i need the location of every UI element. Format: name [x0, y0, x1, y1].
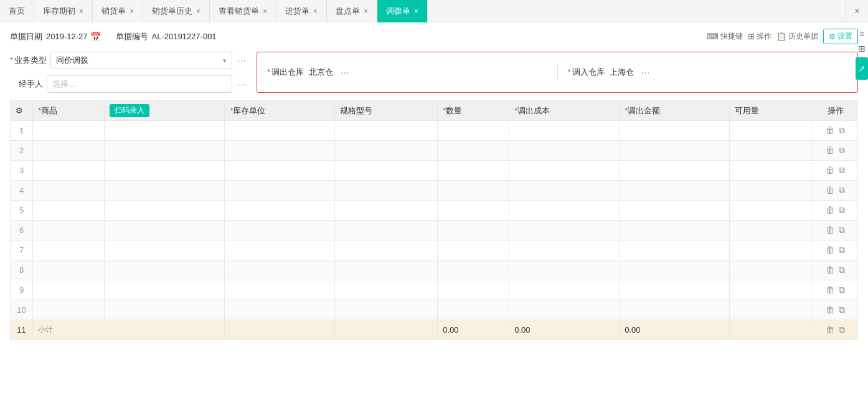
row-cost-4[interactable]: [509, 181, 620, 201]
row-qty-6[interactable]: [438, 221, 509, 240]
row-spec-6[interactable]: [335, 221, 438, 240]
row-spec-5[interactable]: [335, 201, 438, 221]
row-amount-1[interactable]: [620, 121, 730, 141]
sidebar-list-icon[interactable]: ≡: [856, 27, 868, 40]
shortcuts-action[interactable]: ⌨ 快捷键: [707, 31, 743, 42]
row-qty-1[interactable]: [438, 121, 509, 141]
tab-transfer[interactable]: 调拨单 ×: [377, 0, 428, 22]
copy-btn-1[interactable]: ⧉: [837, 125, 846, 136]
row-qty-3[interactable]: [438, 161, 509, 181]
subtotal-delete-btn[interactable]: 🗑: [824, 325, 836, 335]
row-spec-8[interactable]: [335, 260, 438, 280]
col-gear[interactable]: ⚙: [11, 101, 33, 121]
copy-btn-3[interactable]: ⧉: [837, 165, 846, 176]
row-amount-8[interactable]: [620, 260, 730, 280]
row-cost-2[interactable]: [509, 141, 620, 161]
tab-purchase-order[interactable]: 进货单 ×: [276, 0, 327, 22]
row-product-8[interactable]: [33, 260, 105, 280]
transfer-in-more[interactable]: ···: [641, 67, 651, 77]
row-product-2[interactable]: [33, 141, 105, 161]
person-field[interactable]: 选择...: [47, 75, 232, 93]
transfer-out-more[interactable]: ···: [341, 67, 350, 77]
sidebar-grid-icon[interactable]: ⊞: [856, 42, 868, 55]
delete-btn-4[interactable]: 🗑: [824, 185, 836, 195]
tab-stocktake[interactable]: 盘点单 ×: [327, 0, 377, 22]
tab-purchase-order-close[interactable]: ×: [313, 7, 318, 16]
row-qty-5[interactable]: [438, 201, 509, 221]
copy-btn-6[interactable]: ⧉: [837, 225, 846, 236]
tab-view-sales-close[interactable]: ×: [263, 7, 267, 16]
row-spec-4[interactable]: [335, 181, 438, 201]
tab-sales-order[interactable]: 销货单 ×: [93, 0, 143, 22]
copy-btn-2[interactable]: ⧉: [837, 145, 846, 156]
row-product-6[interactable]: [33, 221, 105, 240]
row-product-10[interactable]: [33, 300, 105, 320]
row-amount-3[interactable]: [620, 161, 730, 181]
tab-sales-order-close[interactable]: ×: [130, 7, 134, 16]
delete-btn-5[interactable]: 🗑: [824, 205, 836, 215]
row-qty-8[interactable]: [438, 260, 509, 280]
tab-inventory-init[interactable]: 库存期初 ×: [34, 0, 93, 22]
row-qty-7[interactable]: [438, 240, 509, 260]
row-spec-10[interactable]: [335, 300, 438, 320]
row-product-9[interactable]: [33, 280, 105, 300]
row-unit-8[interactable]: [225, 260, 335, 280]
row-cost-1[interactable]: [509, 121, 620, 141]
row-cost-7[interactable]: [509, 240, 620, 260]
window-close-button[interactable]: ×: [846, 0, 868, 22]
tab-stocktake-close[interactable]: ×: [364, 7, 368, 16]
row-amount-2[interactable]: [620, 141, 730, 161]
row-unit-6[interactable]: [225, 221, 335, 240]
row-spec-1[interactable]: [335, 121, 438, 141]
copy-btn-4[interactable]: ⧉: [837, 185, 846, 196]
row-cost-3[interactable]: [509, 161, 620, 181]
row-amount-7[interactable]: [620, 240, 730, 260]
row-unit-10[interactable]: [225, 300, 335, 320]
delete-btn-6[interactable]: 🗑: [824, 225, 836, 235]
delete-btn-8[interactable]: 🗑: [824, 265, 836, 275]
row-product-3[interactable]: [33, 161, 105, 181]
delete-btn-3[interactable]: 🗑: [824, 165, 836, 175]
calendar-icon[interactable]: 📅: [90, 32, 101, 42]
row-amount-10[interactable]: [620, 300, 730, 320]
row-cost-8[interactable]: [509, 260, 620, 280]
row-qty-9[interactable]: [438, 280, 509, 300]
copy-btn-5[interactable]: ⧉: [837, 205, 846, 216]
delete-btn-1[interactable]: 🗑: [824, 125, 836, 135]
tab-home[interactable]: 首页: [0, 0, 34, 22]
copy-btn-10[interactable]: ⧉: [837, 305, 846, 315]
row-cost-6[interactable]: [509, 221, 620, 240]
tab-sales-history-close[interactable]: ×: [196, 7, 200, 16]
row-unit-2[interactable]: [225, 141, 335, 161]
tab-view-sales[interactable]: 查看销货单 ×: [210, 0, 276, 22]
row-spec-3[interactable]: [335, 161, 438, 181]
row-spec-9[interactable]: [335, 280, 438, 300]
row-unit-9[interactable]: [225, 280, 335, 300]
row-spec-2[interactable]: [335, 141, 438, 161]
row-amount-9[interactable]: [620, 280, 730, 300]
delete-btn-7[interactable]: 🗑: [824, 245, 836, 255]
row-product-4[interactable]: [33, 181, 105, 201]
row-unit-7[interactable]: [225, 240, 335, 260]
delete-btn-10[interactable]: 🗑: [824, 305, 836, 315]
tab-inventory-init-close[interactable]: ×: [79, 7, 83, 16]
row-spec-7[interactable]: [335, 240, 438, 260]
row-unit-1[interactable]: [225, 121, 335, 141]
row-unit-3[interactable]: [225, 161, 335, 181]
row-amount-4[interactable]: [620, 181, 730, 201]
row-cost-9[interactable]: [509, 280, 620, 300]
row-unit-4[interactable]: [225, 181, 335, 201]
business-type-field[interactable]: 同价调拨 ▾: [50, 52, 232, 69]
business-type-more[interactable]: ···: [237, 55, 247, 65]
row-cost-5[interactable]: [509, 201, 620, 221]
history-action[interactable]: 📋 历史单据: [776, 31, 818, 42]
row-product-7[interactable]: [33, 240, 105, 260]
scan-button[interactable]: 扫码录入: [110, 104, 149, 117]
row-qty-4[interactable]: [438, 181, 509, 201]
tab-sales-history[interactable]: 销货单历史 ×: [143, 0, 210, 22]
copy-btn-7[interactable]: ⧉: [837, 245, 846, 255]
row-product-1[interactable]: [33, 121, 105, 141]
row-qty-2[interactable]: [438, 141, 509, 161]
delete-btn-2[interactable]: 🗑: [824, 145, 836, 155]
row-amount-5[interactable]: [620, 201, 730, 221]
